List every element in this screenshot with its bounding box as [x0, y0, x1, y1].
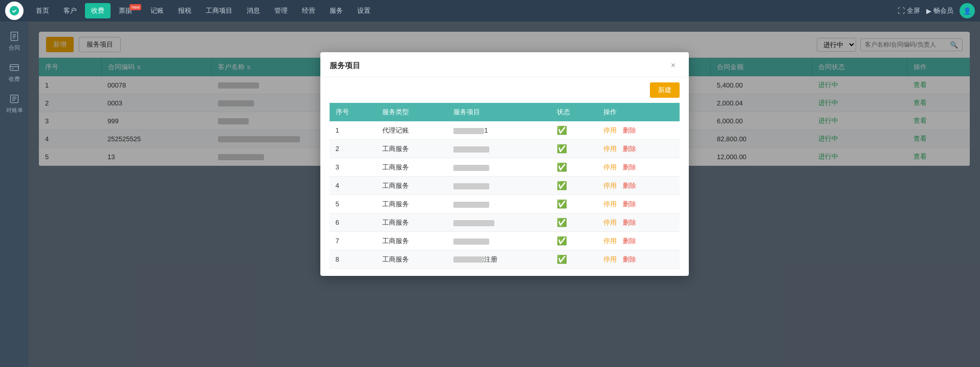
- cell-action[interactable]: 停用 删除: [597, 140, 679, 158]
- stop-button[interactable]: 停用: [603, 200, 617, 208]
- sidebar-label-fee: 收费: [9, 75, 20, 83]
- stop-button[interactable]: 停用: [603, 163, 617, 171]
- cell-action[interactable]: 停用 删除: [597, 195, 679, 213]
- status-check-icon: ✅: [557, 200, 567, 208]
- cell-seq: 8: [330, 250, 377, 269]
- stop-button[interactable]: 停用: [603, 182, 617, 189]
- cell-seq: 7: [330, 232, 377, 250]
- delete-button[interactable]: 删除: [623, 237, 636, 245]
- content-area: 新增 服务项目 进行中 全部 已终止 🔍 序: [29, 21, 980, 367]
- cell-action[interactable]: 停用 删除: [597, 250, 679, 269]
- nav-bookkeeping[interactable]: 记账: [144, 3, 170, 18]
- cell-item: [447, 140, 550, 158]
- list-item: 5 工商服务 ✅ 停用 删除: [330, 195, 680, 213]
- cell-type: 工商服务: [376, 158, 447, 177]
- list-item: 2 工商服务 ✅ 停用 删除: [330, 140, 680, 158]
- cell-item: [447, 158, 550, 177]
- list-item: 1 代理记账 1 ✅ 停用 删除: [330, 121, 680, 140]
- delete-button[interactable]: 删除: [623, 219, 636, 226]
- sidebar-item-contract[interactable]: 合同: [0, 26, 29, 57]
- cell-seq: 5: [330, 195, 377, 213]
- cell-type: 工商服务: [376, 177, 447, 195]
- modal-toolbar: 新建: [320, 77, 689, 103]
- cell-action[interactable]: 停用 删除: [597, 177, 679, 195]
- delete-button[interactable]: 删除: [623, 145, 636, 153]
- list-item: 6 工商服务 ✅ 停用 删除: [330, 213, 680, 232]
- fullscreen-button[interactable]: ⛶ 全屏: [898, 6, 920, 15]
- delete-button[interactable]: 删除: [623, 255, 636, 263]
- nav-service[interactable]: 服务: [323, 3, 349, 18]
- stop-button[interactable]: 停用: [603, 237, 617, 245]
- cell-item: 注册: [447, 250, 550, 269]
- mth-action: 操作: [597, 103, 679, 121]
- delete-button[interactable]: 删除: [623, 182, 636, 189]
- cell-item: [447, 195, 550, 213]
- status-check-icon: ✅: [557, 126, 567, 135]
- list-item: 3 工商服务 ✅ 停用 删除: [330, 158, 680, 177]
- nav-message[interactable]: 消息: [241, 3, 266, 18]
- nav-home[interactable]: 首页: [30, 3, 55, 18]
- stop-button[interactable]: 停用: [603, 219, 617, 226]
- status-check-icon: ✅: [557, 218, 567, 227]
- cell-type: 工商服务: [376, 232, 447, 250]
- app-logo[interactable]: [5, 2, 24, 20]
- stop-button[interactable]: 停用: [603, 255, 617, 263]
- new-badge: new: [129, 4, 141, 10]
- cell-status: ✅: [551, 195, 598, 213]
- nav-business[interactable]: 工商项目: [200, 3, 238, 18]
- nav-operation[interactable]: 经营: [296, 3, 321, 18]
- svg-rect-4: [10, 64, 19, 71]
- delete-button[interactable]: 删除: [623, 126, 636, 134]
- nav-customer[interactable]: 客户: [57, 3, 83, 18]
- modal-new-button[interactable]: 新建: [650, 82, 680, 98]
- status-check-icon: ✅: [557, 236, 567, 245]
- cell-item: [447, 232, 550, 250]
- cell-type: 工商服务: [376, 250, 447, 269]
- list-item: 7 工商服务 ✅ 停用 删除: [330, 232, 680, 250]
- sidebar-item-fee[interactable]: 收费: [0, 57, 29, 88]
- member-button[interactable]: ▶ 畅会员: [926, 6, 953, 15]
- cell-status: ✅: [551, 177, 598, 195]
- service-items-modal: 服务项目 × 新建 序号 服务类型 服务项目 状态: [320, 52, 689, 276]
- nav-settings[interactable]: 设置: [351, 3, 377, 18]
- nav-fee[interactable]: 收费: [85, 3, 111, 18]
- cell-action[interactable]: 停用 删除: [597, 232, 679, 250]
- cell-status: ✅: [551, 140, 598, 158]
- modal-table-header-row: 序号 服务类型 服务项目 状态 操作: [330, 103, 680, 121]
- nav-tax[interactable]: 报税: [172, 3, 198, 18]
- cell-action[interactable]: 停用 删除: [597, 121, 679, 140]
- cell-action[interactable]: 停用 删除: [597, 158, 679, 177]
- avatar[interactable]: 👤: [960, 3, 975, 18]
- sidebar-label-contract: 合同: [9, 44, 20, 52]
- sidebar-label-statement: 对账单: [6, 106, 23, 114]
- cell-item: [447, 213, 550, 232]
- nav-manage[interactable]: 管理: [268, 3, 294, 18]
- nav-items: 首页 客户 收费 票据 new 记账 报税 工商项目 消息 管理 经营 服务 设…: [30, 3, 898, 18]
- delete-button[interactable]: 删除: [623, 200, 636, 208]
- status-check-icon: ✅: [557, 144, 567, 153]
- fee-icon: [9, 62, 20, 73]
- modal-title: 服务项目: [330, 61, 360, 71]
- delete-button[interactable]: 删除: [623, 163, 636, 171]
- modal-overlay: 服务项目 × 新建 序号 服务类型 服务项目 状态: [29, 21, 980, 367]
- nav-right: ⛶ 全屏 ▶ 畅会员 👤: [898, 3, 975, 18]
- modal-close-button[interactable]: ×: [667, 59, 680, 72]
- top-navigation: 首页 客户 收费 票据 new 记账 报税 工商项目 消息 管理 经营 服务 设…: [0, 0, 980, 21]
- cell-seq: 1: [330, 121, 377, 140]
- cell-action[interactable]: 停用 删除: [597, 213, 679, 232]
- modal-header: 服务项目 ×: [320, 52, 689, 77]
- member-icon: ▶: [926, 7, 931, 15]
- modal-table-wrap[interactable]: 序号 服务类型 服务项目 状态 操作 1 代理记账 1 ✅ 停用 删除: [320, 103, 689, 276]
- stop-button[interactable]: 停用: [603, 126, 617, 134]
- stop-button[interactable]: 停用: [603, 145, 617, 153]
- fullscreen-icon: ⛶: [898, 7, 905, 15]
- cell-status: ✅: [551, 158, 598, 177]
- cell-status: ✅: [551, 250, 598, 269]
- status-check-icon: ✅: [557, 181, 567, 190]
- cell-seq: 2: [330, 140, 377, 158]
- nav-invoice[interactable]: 票据 new: [113, 3, 142, 18]
- service-items-table: 序号 服务类型 服务项目 状态 操作 1 代理记账 1 ✅ 停用 删除: [330, 103, 680, 269]
- list-item: 4 工商服务 ✅ 停用 删除: [330, 177, 680, 195]
- sidebar: 合同 收费 对账单: [0, 21, 29, 367]
- sidebar-item-statement[interactable]: 对账单: [0, 88, 29, 119]
